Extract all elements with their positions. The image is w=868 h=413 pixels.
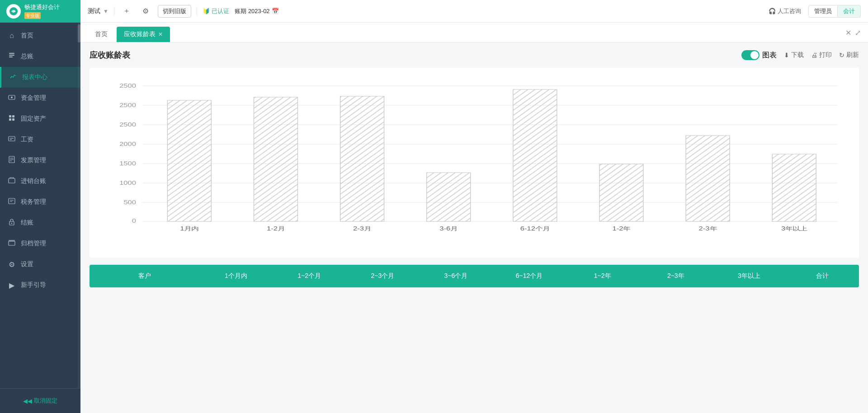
expand-tab-btn[interactable]: ⤢ [855,28,861,37]
sidebar-item-settings[interactable]: ⚙ 设置 [0,254,80,275]
svg-rect-6 [9,115,11,117]
period-label: 账期 [235,7,246,15]
svg-point-5 [11,97,13,99]
topbar-divider-1 [114,7,114,16]
svg-text:2500: 2500 [119,122,136,127]
table-header: 客户 1个月内 1~2个月 2~3个月 3~6个月 6~12个月 1~2年 2~… [90,265,859,287]
invoice-icon [7,156,16,165]
bar-1-2月 [254,97,297,221]
period-value: 2023-02 [248,8,270,14]
tab-aging[interactable]: 应收账龄表 ✕ [117,27,170,42]
sidebar-item-reports[interactable]: 报表中心 [0,67,80,88]
tab-close-icon[interactable]: ✕ [158,31,163,38]
refresh-label: 刷新 [846,51,859,59]
sidebar-item-home[interactable]: ⌂ 首页 [0,25,80,46]
logo-text: 畅捷通好会计 专业版 [24,4,60,19]
nav-label-closing: 结账 [21,219,33,227]
toggle-track[interactable] [741,50,760,60]
svg-text:2500: 2500 [119,83,136,89]
svg-rect-10 [9,136,15,141]
close-tab-btn[interactable]: ✕ [845,28,851,37]
reports-icon [9,73,18,82]
settings-btn[interactable]: ⚙ [139,5,152,18]
help-btn[interactable]: 🎧 人工咨询 [769,7,801,15]
tab-controls: ✕ ⤢ [845,28,861,37]
chart-area: 2500 2500 2500 2000 1500 1000 500 0 [99,77,850,249]
sidebar-item-guide[interactable]: ▶ 新手引导 [0,275,80,296]
col-header-3y-plus: 3年以上 [712,265,786,287]
sidebar-bottom: ◀◀ 取消固定 [0,388,80,413]
sidebar-item-closing[interactable]: 结账 [0,212,80,233]
sidebar-item-archive[interactable]: 归档管理 [0,233,80,254]
nav-label-assets: 固定资产 [21,115,46,123]
svg-text:500: 500 [123,199,136,205]
nav-label-archive: 归档管理 [21,239,46,248]
cancel-fixed-btn[interactable]: ◀◀ 取消固定 [0,393,80,408]
svg-text:3年以上: 3年以上 [781,225,807,231]
sidebar-item-payroll[interactable]: 工资 [0,129,80,150]
sidebar-item-inventory[interactable]: 进销台账 [0,171,80,192]
bar-1月内 [167,100,211,221]
bar-6-12月 [513,89,557,221]
nav-label-reports: 报表中心 [22,73,47,81]
col-header-1-2m: 1~2个月 [273,265,346,287]
refresh-icon: ↻ [839,52,844,59]
download-btn[interactable]: ⬇ 下载 [784,51,804,59]
inventory-icon [7,177,16,186]
bar-chart-svg: 2500 2500 2500 2000 1500 1000 500 0 [99,77,850,249]
calendar-icon[interactable]: 📅 [272,8,279,14]
nav-label-home: 首页 [21,32,33,40]
svg-text:0: 0 [132,218,136,224]
home-icon: ⌂ [7,32,16,40]
svg-text:2000: 2000 [119,141,136,147]
project-dropdown-icon: ▼ [103,8,108,14]
svg-text:2-3月: 2-3月 [353,225,371,231]
sidebar-item-invoice[interactable]: 发票管理 [0,150,80,171]
pin-left-icon: ◀◀ [23,398,32,404]
bar-2-3年 [686,136,730,221]
tab-home[interactable]: 首页 [88,27,115,42]
app-version: 专业版 [24,12,41,19]
funds-icon [7,94,16,103]
svg-text:1-2年: 1-2年 [612,225,630,231]
col-header-1m: 1个月内 [199,265,273,287]
project-selector[interactable]: 测试 ▼ [88,7,108,15]
accountant-btn[interactable]: 会计 [838,5,861,18]
sidebar-nav: ⌂ 首页 总账 报表中心 [0,23,80,298]
shield-icon: 🔰 [203,8,210,14]
refresh-btn[interactable]: ↻ 刷新 [839,51,859,59]
svg-rect-9 [12,118,14,121]
scroll-bar [78,23,80,388]
tab-home-label: 首页 [95,30,108,38]
sidebar-item-funds[interactable]: 资金管理 [0,88,80,108]
svg-rect-1 [9,53,14,54]
manager-btn[interactable]: 管理员 [808,5,838,18]
print-btn[interactable]: 🖨 打印 [811,51,832,59]
switch-version-btn[interactable]: 切到旧版 [158,5,191,18]
sidebar-item-tax[interactable]: 税务管理 [0,192,80,212]
nav-label-funds: 资金管理 [21,94,46,102]
report-title: 应收账龄表 [90,50,130,61]
sidebar-scroll-area: ⌂ 首页 总账 报表中心 [0,23,80,388]
print-icon: 🖨 [811,52,817,59]
guide-icon: ▶ [7,281,16,290]
tax-icon [7,197,16,206]
nav-label-settings: 设置 [21,260,33,268]
svg-rect-7 [12,115,14,117]
svg-rect-23 [9,241,15,245]
chart-toggle[interactable]: 图表 [741,50,777,60]
col-header-total: 合计 [786,265,859,287]
col-header-1-2y: 1~2年 [566,265,639,287]
svg-point-22 [11,223,12,224]
print-label: 打印 [819,51,832,59]
sidebar-item-assets[interactable]: 固定资产 [0,108,80,129]
bar-3-6月 [427,173,471,221]
col-header-customer: 客户 [90,265,199,287]
nav-label-guide: 新手引导 [21,281,46,289]
add-project-btn[interactable]: ＋ [120,5,133,18]
app-name: 畅捷通好会计 [24,4,60,11]
sidebar-item-ledger[interactable]: 总账 [0,46,80,67]
svg-rect-17 [9,178,15,183]
certified-badge: 🔰 已认证 [203,7,229,15]
toggle-thumb [750,51,759,59]
